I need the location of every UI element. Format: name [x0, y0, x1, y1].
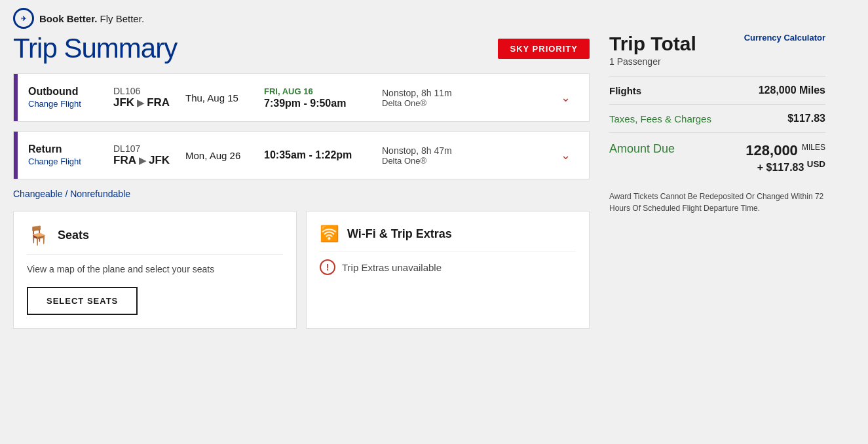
return-direction: Return — [28, 143, 100, 155]
amount-due-section: Amount Due 128,000 MILES + $117.83 USD — [609, 132, 825, 183]
page-title-row: Trip Summary SKY PRIORITY — [13, 33, 590, 64]
trip-extras-unavailable: ! Trip Extras unavailable — [320, 259, 576, 275]
outbound-time-badge: FRI, AUG 16 — [264, 86, 369, 96]
seats-title-row: 🪑 Seats — [27, 225, 283, 255]
seats-description: View a map of the plane and select your … — [27, 263, 283, 276]
seats-card: 🪑 Seats View a map of the plane and sele… — [13, 211, 297, 329]
flights-label: Flights — [609, 85, 641, 96]
award-notice: Award Tickets Cannot Be Redeposited Or C… — [609, 191, 825, 214]
outbound-chevron-icon: ⌄ — [561, 90, 571, 105]
outbound-flight-card: Outbound Change Flight DL106 JFK ▶ FRA T… — [13, 73, 590, 122]
seat-icon: 🪑 — [27, 225, 50, 246]
return-flight-number: DL107 — [113, 143, 172, 154]
logo-text: Book Better. Fly Better. — [39, 13, 144, 24]
outbound-date: Thu, Aug 15 — [185, 92, 238, 103]
wifi-card: 🛜 Wi-Fi & Trip Extras ! Trip Extras unav… — [306, 211, 590, 329]
outbound-date-col: Thu, Aug 15 — [185, 92, 251, 103]
return-label-col: Return Change Flight — [28, 143, 100, 167]
outbound-label-col: Outbound Change Flight — [28, 86, 100, 109]
amount-due-label: Amount Due — [609, 142, 675, 156]
outbound-time-col: FRI, AUG 16 7:39pm - 9:50am — [264, 86, 369, 109]
return-flight-card: Return Change Flight DL107 FRA ▶ JFK Mon… — [13, 131, 590, 179]
return-chevron-icon: ⌄ — [561, 148, 571, 162]
taxes-label: Taxes, Fees & Charges — [609, 113, 711, 124]
amount-due-miles: 128,000 MILES — [745, 142, 825, 159]
return-info-col: Nonstop, 8h 47m Delta One® — [382, 145, 548, 166]
return-time-range: 10:35am - 1:22pm — [264, 149, 369, 161]
left-panel: Trip Summary SKY PRIORITY Outbound Chang… — [13, 33, 590, 329]
passengers-count: 1 Passenger — [609, 56, 825, 67]
return-time-col: 10:35am - 1:22pm — [264, 149, 369, 161]
outbound-cabin: Delta One® — [382, 98, 548, 108]
outbound-time-range: 7:39pm - 9:50am — [264, 98, 369, 109]
right-panel: Trip Total Currency Calculator 1 Passeng… — [590, 33, 825, 329]
alert-icon: ! — [320, 259, 335, 275]
return-route-from: FRA — [113, 154, 136, 167]
return-content: Return Change Flight DL107 FRA ▶ JFK Mon… — [18, 132, 589, 179]
return-route-arrow: ▶ — [139, 155, 146, 166]
wifi-title: Wi-Fi & Trip Extras — [347, 227, 452, 241]
amount-due-values: 128,000 MILES + $117.83 USD — [745, 142, 825, 174]
outbound-content: Outbound Change Flight DL106 JFK ▶ FRA T… — [18, 74, 589, 121]
amount-due-row: Amount Due 128,000 MILES + $117.83 USD — [609, 142, 825, 174]
trip-extras-text: Trip Extras unavailable — [342, 262, 442, 273]
return-nonstop: Nonstop, 8h 47m — [382, 145, 548, 156]
select-seats-button[interactable]: SELECT SEATS — [27, 287, 138, 315]
outbound-change-flight-link[interactable]: Change Flight — [28, 99, 81, 109]
outbound-route: JFK ▶ FRA — [113, 96, 172, 109]
outbound-info-col: Nonstop, 8h 11m Delta One® — [382, 88, 548, 108]
usd-unit: USD — [807, 159, 825, 169]
return-chevron-col[interactable]: ⌄ — [561, 148, 578, 162]
return-date-col: Mon, Aug 26 — [185, 150, 251, 161]
wifi-title-row: 🛜 Wi-Fi & Trip Extras — [320, 225, 576, 251]
sky-priority-badge: SKY PRIORITY — [498, 39, 590, 59]
seats-title: Seats — [58, 229, 89, 242]
outbound-flight-number: DL106 — [113, 86, 172, 96]
outbound-number-col: DL106 JFK ▶ FRA — [113, 86, 172, 109]
outbound-chevron-col[interactable]: ⌄ — [561, 90, 578, 105]
amount-due-usd: + $117.83 USD — [745, 159, 825, 174]
trip-total-header: Trip Total Currency Calculator — [609, 33, 825, 56]
return-route-to: JFK — [149, 154, 170, 167]
outbound-route-arrow: ▶ — [137, 98, 144, 108]
wifi-icon: 🛜 — [320, 225, 339, 243]
outbound-nonstop: Nonstop, 8h 11m — [382, 88, 548, 98]
return-cabin: Delta One® — [382, 156, 548, 166]
logo-icon: ✈ — [13, 8, 34, 29]
return-number-col: DL107 FRA ▶ JFK — [113, 143, 172, 167]
taxes-value: $117.83 — [787, 113, 825, 124]
return-route: FRA ▶ JFK — [113, 154, 172, 167]
outbound-direction: Outbound — [28, 86, 100, 98]
flights-value: 128,000 Miles — [759, 84, 825, 96]
return-date: Mon, Aug 26 — [185, 150, 240, 161]
miles-unit: MILES — [802, 143, 825, 152]
bottom-row: 🪑 Seats View a map of the plane and sele… — [13, 211, 590, 329]
trip-total-title: Trip Total — [609, 33, 696, 55]
header: ✈ Book Better. Fly Better. — [0, 0, 868, 33]
outbound-route-to: FRA — [147, 96, 170, 109]
taxes-row: Taxes, Fees & Charges $117.83 — [609, 104, 825, 132]
outbound-route-from: JFK — [113, 96, 134, 109]
currency-calculator-link[interactable]: Currency Calculator — [744, 33, 825, 43]
changeable-notice[interactable]: Changeable / Nonrefundable — [13, 189, 590, 199]
return-change-flight-link[interactable]: Change Flight — [28, 157, 81, 166]
page-title: Trip Summary — [13, 33, 177, 64]
flights-row: Flights 128,000 Miles — [609, 76, 825, 104]
